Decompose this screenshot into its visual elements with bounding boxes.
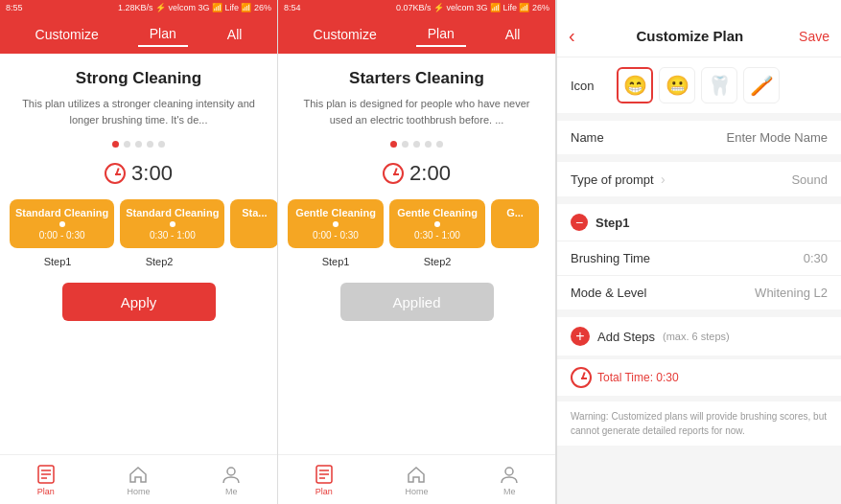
prompt-section: Type of prompt › Sound	[557, 162, 841, 196]
icon-option-2[interactable]: 🦷	[701, 67, 737, 103]
panel-starters-cleaning: 8:54 0.07KB/s ⚡ velcom 3G 📶 Life 📶 26% C…	[278, 0, 556, 504]
rp-status-bar	[557, 0, 841, 15]
name-input[interactable]	[657, 130, 828, 145]
nav-item-me-1[interactable]: Me	[221, 464, 242, 496]
prompt-label: Type of prompt	[571, 172, 657, 187]
step-labels-1: Step1 Step2	[0, 254, 277, 273]
icon-face-0: 😁	[623, 74, 647, 97]
step-card-1-3: Sta...	[230, 199, 277, 248]
step-title-2-2: Gentle Cleaning	[395, 207, 479, 218]
step-card-2-2: Gentle Cleaning 0:30 - 1:00	[389, 199, 485, 248]
total-timer-icon	[571, 367, 592, 388]
dot-2-4	[425, 141, 432, 148]
step-dot-1-2	[170, 221, 175, 227]
timer-row-1: 3:00	[0, 153, 277, 194]
name-row: Name	[557, 121, 841, 154]
status-time-1: 8:55	[6, 3, 23, 12]
nav-item-home-2[interactable]: Home	[405, 464, 428, 496]
icon-face-2: 🦷	[708, 74, 732, 97]
icon-face-1: 😬	[666, 74, 689, 97]
apply-button-1[interactable]: Apply	[62, 283, 216, 321]
step-time-1-2: 0:30 - 1:00	[126, 230, 219, 241]
add-steps-label: Add Steps	[597, 330, 655, 344]
nav-plan-2[interactable]: Plan	[416, 22, 466, 47]
nav-all-2[interactable]: All	[494, 23, 532, 46]
dot-1-1	[112, 141, 119, 148]
nav-all-1[interactable]: All	[216, 23, 254, 46]
step-label-2-2: Step2	[389, 256, 485, 267]
step-card-1-1: Standard Cleaning 0:00 - 0:30	[10, 199, 114, 248]
icon-option-1[interactable]: 😬	[659, 67, 695, 103]
status-bar-1: 8:55 1.28KB/s ⚡ velcom 3G 📶 Life 📶 26%	[0, 0, 277, 15]
timer-icon-1	[105, 163, 126, 184]
plan-content-1: Strong Cleaning This plan utilizes a str…	[0, 54, 277, 454]
mode-level-value: Whitening L2	[657, 286, 828, 300]
nav-label-plan-2: Plan	[315, 487, 333, 496]
me-icon-2	[499, 464, 520, 485]
step-title-2-1: Gentle Cleaning	[293, 207, 378, 218]
applied-button-2: Applied	[340, 283, 494, 321]
icon-label: Icon	[571, 79, 609, 93]
page-title: Customize Plan	[581, 28, 799, 44]
step-label-1-1: Step1	[10, 256, 105, 267]
icon-face-3: 🪥	[750, 74, 774, 97]
nav-plan-1[interactable]: Plan	[138, 22, 188, 47]
brushing-time-label: Brushing Time	[571, 251, 657, 265]
add-steps-plus-icon: +	[571, 327, 590, 346]
nav-customize-2[interactable]: Customize	[302, 23, 388, 46]
rp-top-nav: ‹ Customize Plan Save	[557, 15, 841, 57]
rp-body: Icon 😁 😬 🦷 🪥	[557, 57, 841, 504]
back-button[interactable]: ‹	[569, 25, 575, 47]
step-time-2-2: 0:30 - 1:00	[395, 230, 479, 241]
add-steps-row[interactable]: + Add Steps (max. 6 steps)	[557, 317, 841, 355]
dot-2-1	[390, 141, 397, 148]
warning-text: Warning: Customized plans will provide b…	[557, 401, 841, 446]
nav-item-me-2[interactable]: Me	[499, 464, 520, 496]
home-icon-2	[406, 464, 427, 485]
panel-customize-plan: ‹ Customize Plan Save Icon 😁 😬 🦷	[556, 0, 841, 504]
status-time-2: 8:54	[284, 3, 301, 12]
icon-option-0[interactable]: 😁	[617, 67, 653, 103]
top-nav-2: Customize Plan All	[278, 15, 555, 54]
nav-item-home-1[interactable]: Home	[127, 464, 150, 496]
save-button[interactable]: Save	[799, 29, 829, 44]
dot-1-4	[147, 141, 153, 148]
step-labels-2: Step1 Step2	[278, 254, 555, 273]
status-right-2: 0.07KB/s ⚡ velcom 3G 📶 Life 📶 26%	[396, 3, 549, 12]
plan-title-starters: Starters Cleaning	[293, 69, 540, 88]
nav-customize-1[interactable]: Customize	[24, 23, 110, 46]
nav-label-me-2: Me	[503, 487, 516, 496]
brushing-time-row[interactable]: Brushing Time 0:30	[557, 241, 841, 276]
prompt-row[interactable]: Type of prompt › Sound	[557, 162, 841, 196]
bottom-nav-1: Plan Home Me	[0, 454, 277, 504]
nav-item-plan-2[interactable]: Plan	[314, 464, 335, 496]
step1-header: − Step1	[557, 204, 841, 241]
nav-item-plan-1[interactable]: Plan	[35, 464, 57, 496]
dot-2-3	[413, 141, 420, 148]
total-time-text: Total Time: 0:30	[597, 371, 679, 384]
step1-label: Step1	[596, 216, 629, 230]
step-title-1-1: Standard Cleaning	[15, 207, 108, 218]
nav-label-home-1: Home	[127, 487, 150, 496]
top-nav-1: Customize Plan All	[0, 15, 277, 54]
icon-option-3[interactable]: 🪥	[743, 67, 780, 103]
step1-section: − Step1 Brushing Time 0:30 Mode & Level …	[557, 204, 841, 309]
nav-label-plan-1: Plan	[37, 487, 55, 496]
plan-desc-starters: This plan is designed for people who hav…	[293, 96, 540, 127]
step-title-1-2: Standard Cleaning	[126, 207, 219, 218]
step-title-2-3: G...	[497, 207, 533, 218]
step1-minus-button[interactable]: −	[571, 214, 588, 231]
dot-1-3	[135, 141, 142, 148]
name-label: Name	[571, 130, 657, 145]
nav-label-me-1: Me	[225, 487, 238, 496]
dot-2-2	[402, 141, 409, 148]
icon-options: 😁 😬 🦷 🪥	[617, 67, 780, 103]
mode-level-row[interactable]: Mode & Level Whitening L2	[557, 276, 841, 309]
timer-row-2: 2:00	[278, 153, 555, 194]
dot-1-5	[158, 141, 165, 148]
plan-title-strong: Strong Cleaning	[15, 69, 262, 88]
total-time-row: Total Time: 0:30	[557, 359, 841, 396]
step-title-1-3: Sta...	[236, 207, 272, 218]
nav-label-home-2: Home	[405, 487, 428, 496]
step-time-1-1: 0:00 - 0:30	[15, 230, 108, 241]
